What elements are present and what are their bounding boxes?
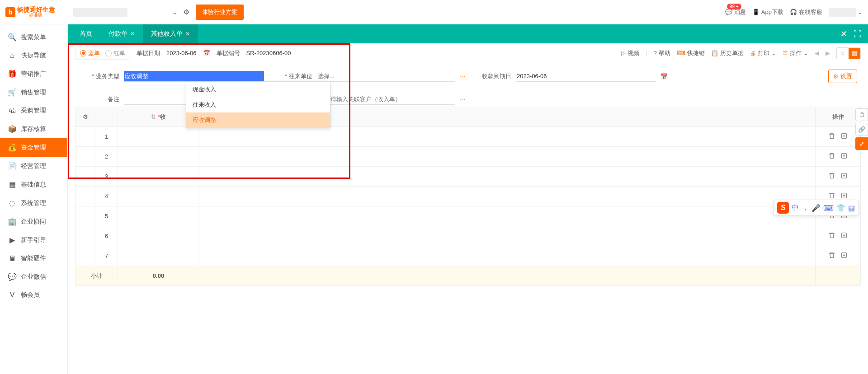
- amount-cell[interactable]: [118, 147, 199, 167]
- view-list-icon[interactable]: ≡: [837, 48, 849, 59]
- row-number: 5: [95, 206, 118, 226]
- add-row-icon[interactable]: [840, 172, 848, 179]
- delete-row-icon[interactable]: [828, 252, 835, 259]
- close-icon[interactable]: ✕: [185, 31, 190, 37]
- print-link[interactable]: 🖨打印⌄: [750, 49, 776, 57]
- table-row[interactable]: 3: [75, 167, 861, 187]
- messages-link[interactable]: 99 + 💬 消息: [725, 8, 746, 16]
- table-row[interactable]: 4: [75, 187, 861, 206]
- doc-date-value[interactable]: 2023-06-06: [166, 50, 197, 56]
- sidebar-item-search[interactable]: 🔍搜索菜单: [0, 28, 67, 47]
- amount-cell[interactable]: [118, 187, 199, 206]
- sidebar-item-funds[interactable]: 💰资金管理: [0, 138, 67, 157]
- sidebar-item-quicknav[interactable]: ⌂快捷导航: [0, 47, 67, 65]
- table-row[interactable]: 6: [75, 226, 861, 246]
- org-selector[interactable]: ⌄: [73, 8, 178, 17]
- history-link[interactable]: 📋历史单据: [711, 49, 744, 57]
- biz-type-select[interactable]: [124, 71, 264, 82]
- table-row[interactable]: 1: [75, 127, 861, 147]
- table-row[interactable]: 5: [75, 206, 861, 226]
- calendar-icon[interactable]: 📅: [660, 73, 668, 80]
- delete-row-icon[interactable]: [828, 152, 835, 159]
- tab-other-income[interactable]: 其他收入单✕: [143, 24, 198, 43]
- header-right: 99 + 💬 消息 📱 App下载 🎧 在线客服 ⌄: [725, 8, 863, 17]
- add-row-icon[interactable]: [840, 232, 848, 239]
- dropdown-item-receivable-adjust[interactable]: 应收调整: [186, 112, 330, 128]
- doc-icon: 📄: [8, 162, 16, 170]
- ime-toolbox-icon[interactable]: ▦: [848, 204, 855, 212]
- delete-row-icon[interactable]: [828, 132, 835, 140]
- ime-bar[interactable]: S 中 ， 🎤 ⌨ 👕 ▦: [773, 200, 859, 216]
- dropdown-item-cash[interactable]: 现金收入: [186, 82, 330, 97]
- radio-blue[interactable]: 蓝单: [80, 49, 100, 57]
- sidebar-item-sales[interactable]: 🛒销售管理: [0, 83, 67, 102]
- add-row-icon[interactable]: [840, 252, 848, 259]
- add-row-icon[interactable]: [840, 152, 848, 159]
- next-doc-icon[interactable]: ▶: [826, 50, 830, 56]
- view-card-icon[interactable]: ▦: [849, 48, 860, 59]
- tab-payment[interactable]: 付款单✕: [100, 24, 143, 43]
- sidebar-item-purchase[interactable]: 🛍采购管理: [0, 102, 67, 120]
- ime-keyboard-icon[interactable]: ⌨: [823, 204, 834, 212]
- add-row-icon[interactable]: [840, 132, 848, 140]
- shortcut-link[interactable]: ⌨快捷键: [677, 49, 705, 57]
- settings-button[interactable]: ⚙设置: [828, 70, 857, 83]
- ime-punct-icon[interactable]: ，: [802, 203, 809, 213]
- rail-expand-icon[interactable]: ⤢: [855, 137, 868, 150]
- amount-cell[interactable]: [118, 127, 199, 147]
- online-service-link[interactable]: 🎧 在线客服: [790, 8, 822, 16]
- fullscreen-icon[interactable]: ⛶: [854, 29, 862, 39]
- delete-row-icon[interactable]: [828, 172, 835, 179]
- doc-toolbar: 蓝单 红单 单据日期 2023-06-06 📅 单据编号 SR-20230606…: [68, 43, 868, 63]
- dropdown-item-contact[interactable]: 往来收入: [186, 97, 330, 112]
- settings-gear-icon[interactable]: ⚙: [183, 8, 189, 16]
- amount-cell[interactable]: [118, 226, 199, 246]
- sidebar-item-vip[interactable]: V畅会员: [0, 286, 67, 304]
- amount-cell[interactable]: [118, 167, 199, 187]
- related-customer-input[interactable]: [330, 94, 455, 105]
- cta-button[interactable]: 体验行业方案: [196, 5, 244, 20]
- delete-row-icon[interactable]: [828, 192, 835, 199]
- sidebar-item-hardware[interactable]: 🖥智能硬件: [0, 249, 67, 267]
- add-row-icon[interactable]: [840, 192, 848, 199]
- doc-no-label: 单据编号: [217, 49, 240, 57]
- close-all-icon[interactable]: ✕: [840, 29, 847, 39]
- table-settings-header[interactable]: ⚙: [75, 107, 95, 127]
- ime-mic-icon[interactable]: 🎤: [811, 204, 821, 212]
- close-icon[interactable]: ✕: [130, 31, 135, 37]
- sidebar-item-system[interactable]: ◌系统管理: [0, 194, 67, 212]
- rail-link-icon[interactable]: 🔗: [855, 123, 868, 136]
- video-link[interactable]: ▷视频: [621, 49, 639, 57]
- user-menu[interactable]: ⌄: [829, 8, 863, 17]
- calendar-icon[interactable]: 📅: [203, 50, 210, 56]
- tab-home[interactable]: 首页: [71, 24, 100, 43]
- sidebar-item-basic[interactable]: ▦基础信息: [0, 175, 67, 194]
- sidebar-item-marketing[interactable]: 🎁营销推广: [0, 65, 67, 83]
- help-link[interactable]: ?帮助: [654, 49, 670, 57]
- table-row[interactable]: 2: [75, 147, 861, 167]
- rail-note-icon[interactable]: 🗒: [855, 108, 868, 121]
- prev-doc-icon[interactable]: ◀: [815, 50, 819, 56]
- due-date-input[interactable]: [516, 71, 656, 82]
- due-date-label: 收款到期日: [482, 72, 511, 80]
- more-icon[interactable]: ⋯: [460, 73, 466, 80]
- operate-link[interactable]: ☰操作⌄: [783, 49, 808, 57]
- ime-skin-icon[interactable]: 👕: [836, 204, 845, 212]
- amount-cell[interactable]: [118, 206, 199, 226]
- table-row[interactable]: 7: [75, 246, 861, 266]
- app-download-link[interactable]: 📱 App下载: [752, 8, 783, 16]
- sidebar-item-corp[interactable]: 🏢企业协同: [0, 212, 67, 231]
- more-icon[interactable]: ⋯: [460, 96, 466, 103]
- amount-cell[interactable]: [118, 246, 199, 266]
- sidebar-item-guide[interactable]: ▶新手引导: [0, 231, 67, 249]
- sidebar-item-inventory[interactable]: 📦库存核算: [0, 120, 67, 138]
- doc-date-label: 单据日期: [137, 49, 160, 57]
- ime-lang-icon[interactable]: 中: [792, 203, 799, 213]
- right-rail: 🗒 🔗 ⤢: [855, 108, 868, 150]
- contact-input[interactable]: [317, 71, 455, 82]
- radio-red[interactable]: 红单: [105, 49, 125, 57]
- gear-icon: ⚙: [833, 73, 839, 80]
- sidebar-item-wechat[interactable]: 💬企业微信: [0, 267, 67, 286]
- delete-row-icon[interactable]: [828, 232, 835, 239]
- sidebar-item-business[interactable]: 📄经营管理: [0, 157, 67, 175]
